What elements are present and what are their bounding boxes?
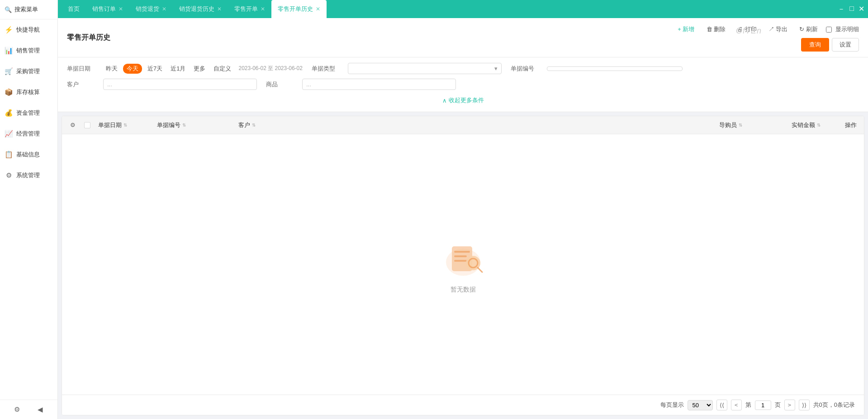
display-detail-checkbox[interactable] [826,27,832,33]
date-range-display: 2023-06-02 至 2023-06-02 [238,65,302,72]
export-button[interactable]: ↗ 导出 [765,24,792,35]
empty-icon [441,235,486,280]
collapse-icon[interactable]: ◀ [36,405,44,414]
sidebar-item-sys-mgmt[interactable]: ⚙系统管理 [0,165,57,186]
main-content: 首页销售订单✕销货退货✕销货退货历史✕零售开单✕零售开单历史✕ － □ ✕ 零售… [58,0,868,419]
per-page-select[interactable]: 50 10 20 100 [688,400,713,410]
date-opt-yesterday[interactable]: 昨天 [103,64,120,74]
select-all-checkbox[interactable] [84,122,90,128]
date-opt-7days[interactable]: 近7天 [145,64,165,74]
tab-home[interactable]: 首页 [62,0,86,18]
maximize-btn[interactable]: □ [849,5,854,14]
query-button[interactable]: 查询 [801,38,829,52]
date-opt-today[interactable]: 今天 [123,64,142,74]
filter-row-1: 单据日期 昨天 今天 近7天 近1月 更多 自定义 2023-06-02 至 2… [67,63,859,74]
tab-sales-return-history-close[interactable]: ✕ [217,6,222,12]
tab-retail-open-history[interactable]: 零售开单历史✕ [271,0,327,18]
th-guide-label: 导购员 [719,121,737,129]
date-opt-custom[interactable]: 自定义 [211,64,234,74]
quick-nav-label: 快捷导航 [16,26,40,34]
page-input[interactable] [755,400,771,410]
sidebar-item-sales-mgmt[interactable]: 📊销售管理 [0,40,57,61]
refresh-button[interactable]: ↻ 刷新 [796,24,821,35]
bill-type-label: 单据类型 [312,65,339,73]
sidebar-item-base-info[interactable]: 📋基础信息 [0,144,57,165]
goods-input[interactable]: ... [302,79,456,90]
sort-num-icon: ⇅ [182,122,186,127]
close-btn[interactable]: ✕ [859,5,864,14]
first-page-btn[interactable]: ⟨⟨ [716,400,727,410]
finance-label: 资金管理 [16,109,40,117]
base-info-icon: 📋 [5,151,13,159]
operations-icon: 📈 [5,130,13,138]
tab-sales-return-label: 销货退货 [136,5,159,13]
tab-retail-open-close[interactable]: ✕ [261,6,265,12]
bill-num-input[interactable] [547,66,683,71]
th-num[interactable]: 单据编号 ⇅ [153,121,235,129]
customer-input[interactable]: ... [103,79,257,90]
sidebar-search-label: 搜索菜单 [14,5,38,14]
search-icon: 🔍 [5,6,12,13]
tab-sales-order[interactable]: 销售订单✕ [86,0,129,18]
sidebar-bottom: ⚙ ◀ [0,400,57,419]
tab-sales-return-history[interactable]: 销货退货历史✕ [173,0,228,18]
tab-retail-open[interactable]: 零售开单✕ [228,0,271,18]
svg-rect-2 [454,251,470,253]
goods-filter-label: 商品 [266,80,293,89]
th-date-label: 单据日期 [98,121,122,129]
th-customer[interactable]: 客户 ⇅ [235,121,716,129]
sidebar-item-inventory[interactable]: 📦库存核算 [0,82,57,103]
tab-home-label: 首页 [68,5,80,13]
date-opt-more[interactable]: 更多 [191,64,208,74]
header-actions: + 新增 🗑 删除 🖨 打印 ↗ 导出 ↻ 刷新 显示明细 查询 设置 [674,24,859,52]
last-page-btn[interactable]: ⟩⟩ [799,400,810,410]
th-guide[interactable]: 导购员 ⇅ [716,121,770,129]
tab-sales-return-history-label: 销货退货历史 [179,5,214,13]
inventory-icon: 📦 [5,88,13,96]
per-page-label: 每页显示 [660,401,684,409]
sort-date-icon: ⇅ [123,122,127,127]
date-filter-label: 单据日期 [67,65,94,73]
setting-button[interactable]: 设置 [832,38,859,52]
table-header: ⚙ 单据日期 ⇅ 单据编号 ⇅ 客户 ⇅ 导购员 ⇅ 实销金额 ⇅ [62,116,864,134]
th-num-label: 单据编号 [157,121,180,129]
minimize-btn[interactable]: － [838,5,845,14]
prev-page-btn[interactable]: ＜ [731,400,742,410]
filter-area: 单据日期 昨天 今天 近7天 近1月 更多 自定义 2023-06-02 至 2… [58,57,868,112]
tab-sales-order-label: 销售订单 [92,5,116,13]
sys-mgmt-label: 系统管理 [16,171,40,179]
tab-bar: 首页销售订单✕销货退货✕销货退货历史✕零售开单✕零售开单历史✕ － □ ✕ [58,0,868,18]
base-info-label: 基础信息 [16,151,40,159]
sort-guide-icon: ⇅ [739,122,742,127]
tab-sales-order-close[interactable]: ✕ [119,6,123,12]
th-settings-icon[interactable]: ⚙ [66,122,80,128]
customer-filter-label: 客户 [67,80,94,89]
sidebar-item-quick-nav[interactable]: ⚡快捷导航 [0,19,57,40]
sidebar-search[interactable]: 🔍 搜索菜单 [0,0,57,19]
bill-type-select[interactable]: ▾ [348,63,502,74]
sales-mgmt-label: 销售管理 [16,47,40,55]
tab-sales-return-close[interactable]: ✕ [162,6,166,12]
next-page-btn[interactable]: ＞ [784,400,795,410]
delete-button[interactable]: 🗑 删除 [703,24,730,35]
sidebar-item-operations[interactable]: 📈经营管理 [0,123,57,144]
goods-dots: ... [306,81,311,88]
settings-icon[interactable]: ⚙ [13,405,21,414]
bill-num-label: 单据编号 [511,65,538,73]
table-area: ⚙ 单据日期 ⇅ 单据编号 ⇅ 客户 ⇅ 导购员 ⇅ 实销金额 ⇅ [62,116,864,415]
print-button[interactable]: 🖨 打印 [734,24,760,35]
th-op: 操作 [824,121,860,129]
collapse-button[interactable]: ∧ 收起更多条件 [67,94,859,106]
tab-retail-open-history-close[interactable]: ✕ [316,6,320,12]
display-detail-toggle[interactable]: 显示明细 [826,25,859,33]
th-date[interactable]: 单据日期 ⇅ [95,121,153,129]
sidebar-item-purchase-mgmt[interactable]: 🛒采购管理 [0,61,57,82]
add-button[interactable]: + 新增 [674,24,698,35]
tab-sales-return[interactable]: 销货退货✕ [129,0,173,18]
th-amount[interactable]: 实销金额 ⇅ [770,121,824,129]
date-opt-1month[interactable]: 近1月 [168,64,188,74]
sidebar-item-finance[interactable]: 💰资金管理 [0,103,57,123]
page-label: 第 [745,401,751,409]
th-checkbox[interactable] [80,122,95,128]
th-customer-label: 客户 [238,121,250,129]
